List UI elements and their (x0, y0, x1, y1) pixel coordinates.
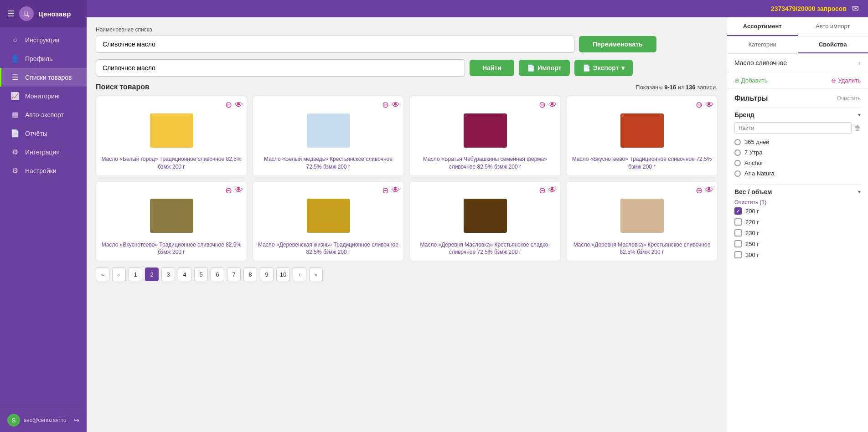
weight-option-1[interactable]: 220 г (734, 216, 861, 227)
product-image (303, 110, 353, 151)
card-view-button[interactable]: 👁 (548, 100, 557, 110)
weight-option-4[interactable]: 300 г (734, 249, 861, 260)
import-label: Импорт (537, 64, 562, 72)
name-section: Наименование списка Переименовать (96, 26, 718, 53)
name-row: Переименовать (96, 36, 718, 53)
product-card: ⊖ 👁 Масло «Вкуснотеево» Традиционное сли… (566, 96, 718, 176)
pagination-page-3[interactable]: 3 (161, 267, 175, 281)
tab-auto-import[interactable]: Авто импорт (798, 17, 868, 36)
brand-radio-arla[interactable] (734, 170, 741, 177)
weight-checkbox-2[interactable] (734, 229, 742, 237)
card-view-button[interactable]: 👁 (548, 185, 557, 195)
card-remove-button[interactable]: ⊖ (225, 185, 232, 195)
weight-checkbox-1[interactable] (734, 218, 742, 226)
card-remove-button[interactable]: ⊖ (696, 100, 703, 110)
weight-option-3[interactable]: 250 г (734, 238, 861, 249)
brand-option-arla[interactable]: Arla Natura (734, 168, 861, 179)
brand-option-anchor[interactable]: Anchor (734, 158, 861, 168)
find-button[interactable]: Найти (470, 60, 514, 76)
card-remove-button[interactable]: ⊖ (539, 185, 546, 195)
weight-option-0[interactable]: 200 г (734, 206, 861, 216)
sidebar-item-auto-export[interactable]: ▦ Авто-экспорт (0, 105, 87, 124)
product-img-inner (307, 199, 350, 233)
sidebar-item-settings[interactable]: ⚙ Настройки (0, 161, 87, 180)
brand-radio-7utro[interactable] (734, 149, 741, 156)
brand-search-input[interactable] (734, 122, 852, 134)
tab-assortment[interactable]: Ассортимент (727, 17, 798, 36)
weight-option-2[interactable]: 230 г (734, 227, 861, 238)
card-actions: ⊖ 👁 (539, 100, 557, 110)
tab-properties[interactable]: Свойства (798, 36, 868, 53)
mail-icon[interactable]: ✉ (852, 4, 859, 14)
rename-button[interactable]: Переименовать (579, 36, 656, 52)
weight-clear-button[interactable]: Очистить (1) (734, 199, 766, 206)
pagination-page-6[interactable]: 6 (211, 267, 224, 281)
sidebar-item-profile[interactable]: 👤 Профиль (0, 49, 87, 68)
pagination-page-5[interactable]: 5 (194, 267, 208, 281)
card-view-button[interactable]: 👁 (392, 185, 400, 195)
weight-filter-header[interactable]: Вес / объем ▾ (734, 184, 861, 199)
clear-all-button[interactable]: Очистить (837, 95, 861, 102)
card-remove-button[interactable]: ⊖ (696, 185, 703, 195)
right-panel: Ассортимент Авто импорт Категории Свойст… (727, 17, 868, 432)
export-button[interactable]: 📄 Экспорт ▾ (574, 60, 633, 76)
pagination-page-8[interactable]: 8 (243, 267, 257, 281)
import-icon: 📄 (527, 64, 535, 72)
sidebar-item-product-lists[interactable]: ☰ Списки товаров (0, 68, 87, 87)
card-view-button[interactable]: 👁 (235, 100, 243, 110)
brand-label-365: 365 дней (744, 139, 770, 145)
card-view-button[interactable]: 👁 (705, 100, 713, 110)
pagination-page-7[interactable]: 7 (227, 267, 241, 281)
name-input[interactable] (96, 36, 574, 53)
card-remove-button[interactable]: ⊖ (382, 185, 389, 195)
pagination-first[interactable]: « (96, 267, 109, 281)
card-remove-button[interactable]: ⊖ (225, 100, 232, 110)
card-remove-button[interactable]: ⊖ (382, 100, 389, 110)
weight-filter-group: Вес / объем ▾ Очистить (1) 200 г220 г230… (734, 184, 861, 260)
pagination-prev[interactable]: ‹ (112, 267, 126, 281)
card-remove-button[interactable]: ⊖ (539, 100, 546, 110)
weight-checkbox-3[interactable] (734, 240, 742, 247)
card-view-button[interactable]: 👁 (705, 185, 713, 195)
pagination-next[interactable]: › (293, 267, 306, 281)
sidebar-label-monitoring: Мониторинг (25, 93, 61, 100)
hamburger-icon[interactable]: ☰ (7, 9, 15, 19)
search-input[interactable] (96, 59, 465, 77)
card-view-button[interactable]: 👁 (235, 185, 243, 195)
brand-filter-header[interactable]: Бренд ▾ (734, 107, 861, 122)
brand-filter-arrow-icon: ▾ (858, 112, 861, 118)
brand-label-arla: Arla Natura (744, 170, 775, 177)
brand-search-clear-icon[interactable]: 🗑 (854, 124, 861, 132)
sidebar-label-settings: Настройки (25, 167, 57, 175)
sidebar-item-instruction[interactable]: ○ Инструкция (0, 31, 87, 49)
pagination-page-4[interactable]: 4 (178, 267, 191, 281)
card-view-button[interactable]: 👁 (392, 100, 400, 110)
name-label: Наименование списка (96, 26, 718, 33)
sidebar-label-profile: Профиль (25, 55, 52, 62)
import-button[interactable]: 📄 Импорт (519, 60, 570, 76)
brand-radio-anchor[interactable] (734, 160, 741, 166)
weight-label-0: 200 г (745, 208, 759, 215)
pagination-page-2[interactable]: 2 (145, 267, 159, 281)
remove-button[interactable]: ⊖ Удалить (831, 77, 861, 84)
logout-icon[interactable]: ↪ (73, 416, 79, 425)
brand-option-7utro[interactable]: 7 Утра (734, 147, 861, 158)
pagination-page-1[interactable]: 1 (129, 267, 142, 281)
sidebar-label-auto-export: Авто-экспорт (25, 111, 64, 118)
weight-checkbox-0[interactable] (734, 207, 742, 215)
brand-label-7utro: 7 Утра (744, 149, 763, 156)
pagination-page-10[interactable]: 10 (276, 267, 290, 281)
pagination-last[interactable]: » (309, 267, 323, 281)
pagination-page-9[interactable]: 9 (260, 267, 274, 281)
weight-label-2: 230 г (745, 230, 759, 237)
tab-categories[interactable]: Категории (727, 36, 798, 53)
weight-checkbox-4[interactable] (734, 251, 742, 258)
sidebar-item-integration[interactable]: ⚙ Интеграция (0, 143, 87, 161)
sidebar-item-monitoring[interactable]: 📈 Мониторинг (0, 87, 87, 105)
brand-option-365[interactable]: 365 дней (734, 137, 861, 147)
product-card: ⊖ 👁 Масло «Деревенская жизнь» Традиционн… (253, 181, 404, 262)
category-item[interactable]: Масло сливочное › (727, 54, 868, 72)
brand-radio-365[interactable] (734, 139, 741, 145)
sidebar-item-reports[interactable]: 📄 Отчёты (0, 124, 87, 143)
add-button[interactable]: ⊕ Добавить (734, 77, 767, 84)
